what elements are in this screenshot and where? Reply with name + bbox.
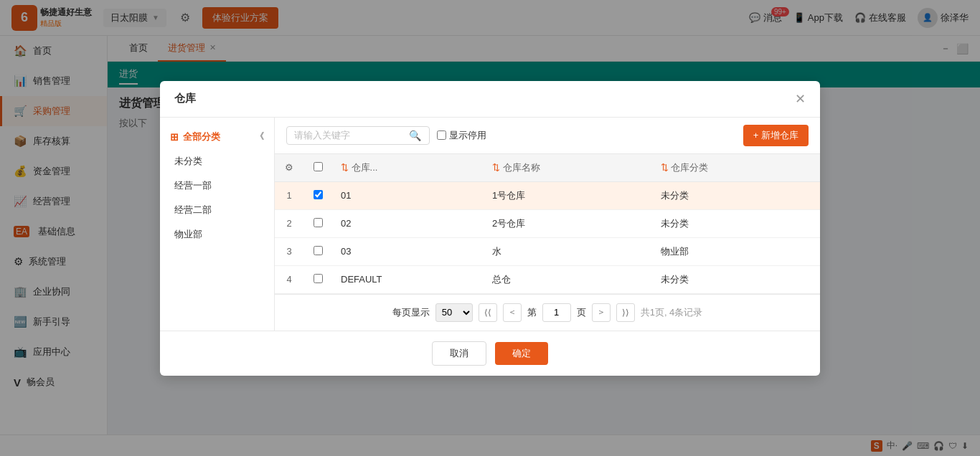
row-name: 总仓 — [484, 265, 651, 293]
search-input[interactable] — [294, 130, 409, 141]
row-num: 2 — [275, 209, 303, 237]
row-code: DEFAULT — [332, 265, 484, 293]
show-disabled-checkbox[interactable] — [437, 130, 446, 140]
row-name: 2号仓库 — [484, 209, 651, 237]
page-label: 第 — [527, 306, 537, 319]
modal-close-button[interactable]: ✕ — [795, 91, 806, 107]
col-category: ⇅ 仓库分类 — [652, 154, 821, 182]
sort-icon3: ⇅ — [661, 162, 669, 173]
warehouse-table: ⚙ ⇅ 仓库... ⇅ 仓库名称 — [275, 154, 820, 294]
row-checkbox[interactable] — [303, 265, 332, 293]
per-page-label: 每页显示 — [392, 306, 430, 319]
row-num: 3 — [275, 237, 303, 265]
per-page-select[interactable]: 50 100 — [435, 303, 473, 322]
show-disabled-text: 显示停用 — [449, 129, 486, 142]
col-checkbox — [303, 154, 332, 182]
search-box: 🔍 — [286, 126, 430, 145]
show-disabled-label: 显示停用 — [437, 129, 486, 142]
modal-header: 仓库 ✕ — [160, 81, 820, 118]
warehouse-modal: 仓库 ✕ ⊞ 全部分类 《 未分类 经营一部 经营二部 物业部 — [160, 81, 820, 376]
collapse-icon[interactable]: 《 — [255, 130, 264, 143]
table-row[interactable]: 3 03 水 物业部 — [275, 237, 820, 265]
all-category-label: 全部分类 — [183, 130, 220, 143]
sort-icon2: ⇅ — [492, 162, 500, 173]
all-category-header[interactable]: ⊞ 全部分类 《 — [160, 125, 274, 149]
row-category: 未分类 — [652, 181, 821, 209]
table-row[interactable]: 2 02 2号仓库 未分类 — [275, 209, 820, 237]
grid-icon: ⊞ — [170, 131, 179, 143]
row-name: 1号仓库 — [484, 181, 651, 209]
all-category-left: ⊞ 全部分类 — [170, 130, 220, 143]
cat-item-unclassified[interactable]: 未分类 — [160, 149, 274, 174]
row-checkbox[interactable] — [303, 209, 332, 237]
cat-item-property[interactable]: 物业部 — [160, 222, 274, 247]
row-num: 4 — [275, 265, 303, 293]
row-code: 03 — [332, 237, 484, 265]
row-name: 水 — [484, 237, 651, 265]
next-page-button[interactable]: ＞ — [592, 303, 611, 322]
row-num: 1 — [275, 181, 303, 209]
row-code: 01 — [332, 181, 484, 209]
category-sidebar: ⊞ 全部分类 《 未分类 经营一部 经营二部 物业部 — [160, 118, 275, 331]
modal-title: 仓库 — [174, 92, 196, 105]
table-row[interactable]: 1 01 1号仓库 未分类 — [275, 181, 820, 209]
modal-body: ⊞ 全部分类 《 未分类 经营一部 经营二部 物业部 🔍 — [160, 118, 820, 331]
modal-footer: 取消 确定 — [160, 331, 820, 376]
col-name: ⇅ 仓库名称 — [484, 154, 651, 182]
row-category: 未分类 — [652, 265, 821, 293]
select-all-checkbox[interactable] — [314, 162, 323, 171]
table-row[interactable]: 4 DEFAULT 总仓 未分类 — [275, 265, 820, 293]
cat-item-dept1[interactable]: 经营一部 — [160, 174, 274, 198]
add-warehouse-button[interactable]: + 新增仓库 — [743, 125, 809, 146]
row-checkbox[interactable] — [303, 181, 332, 209]
confirm-button[interactable]: 确定 — [495, 342, 548, 365]
row-category: 物业部 — [652, 237, 821, 265]
page-suffix: 页 — [577, 306, 586, 319]
page-input[interactable] — [542, 303, 571, 322]
last-page-button[interactable]: ⟩⟩ — [616, 303, 635, 322]
modal-overlay: 仓库 ✕ ⊞ 全部分类 《 未分类 经营一部 经营二部 物业部 — [0, 0, 980, 456]
row-category: 未分类 — [652, 209, 821, 237]
prev-page-button[interactable]: ＜ — [503, 303, 522, 322]
modal-toolbar: 🔍 显示停用 + 新增仓库 — [275, 118, 820, 154]
cancel-button[interactable]: 取消 — [432, 341, 486, 366]
col-settings: ⚙ — [275, 154, 303, 182]
cat-item-dept2[interactable]: 经营二部 — [160, 198, 274, 222]
pagination: 每页显示 50 100 ⟨⟨ ＜ 第 页 ＞ ⟩⟩ 共1页, 4条记录 — [275, 294, 820, 331]
row-checkbox[interactable] — [303, 237, 332, 265]
main-panel: 🔍 显示停用 + 新增仓库 ⚙ — [275, 118, 820, 331]
search-icon[interactable]: 🔍 — [409, 130, 421, 141]
first-page-button[interactable]: ⟨⟨ — [479, 303, 497, 322]
col-code: ⇅ 仓库... — [332, 154, 484, 182]
row-code: 02 — [332, 209, 484, 237]
total-info: 共1页, 4条记录 — [641, 306, 703, 319]
sort-icon: ⇅ — [341, 162, 349, 173]
